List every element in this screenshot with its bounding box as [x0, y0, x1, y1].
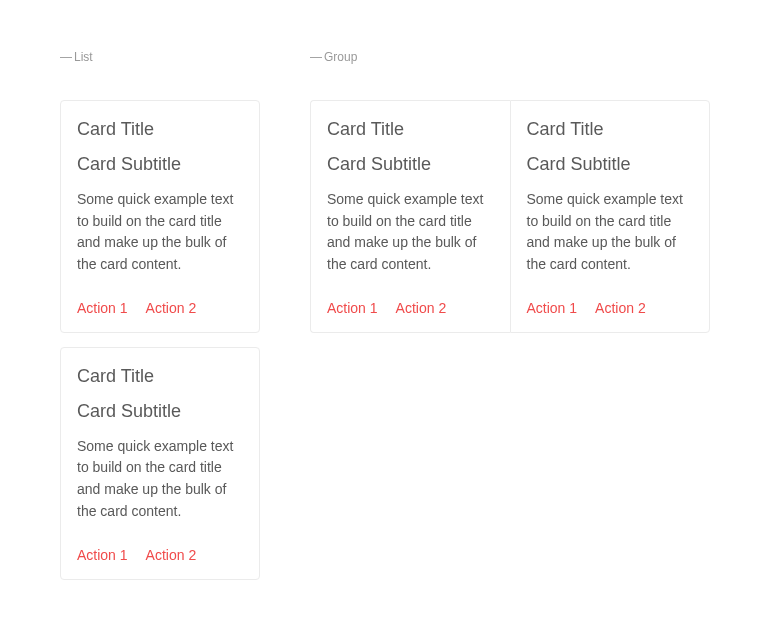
card-text: Some quick example text to build on the …	[77, 436, 243, 523]
card-title: Card Title	[327, 119, 494, 140]
group-section: Group Card Title Card Subtitle Some quic…	[310, 50, 710, 580]
card-actions: Action 1 Action 2	[327, 300, 494, 316]
list-label-text: List	[74, 50, 93, 64]
card-action-2[interactable]: Action 2	[396, 300, 447, 316]
card-actions: Action 1 Action 2	[527, 300, 694, 316]
group-cards-container: Card Title Card Subtitle Some quick exam…	[310, 100, 710, 333]
card-subtitle: Card Subtitle	[77, 401, 243, 422]
list-section: List Card Title Card Subtitle Some quick…	[60, 50, 260, 580]
list-card: Card Title Card Subtitle Some quick exam…	[60, 347, 260, 580]
list-card: Card Title Card Subtitle Some quick exam…	[60, 100, 260, 333]
card-action-1[interactable]: Action 1	[77, 300, 128, 316]
card-actions: Action 1 Action 2	[77, 300, 243, 316]
card-action-1[interactable]: Action 1	[327, 300, 378, 316]
card-subtitle: Card Subtitle	[327, 154, 494, 175]
card-action-1[interactable]: Action 1	[527, 300, 578, 316]
card-action-1[interactable]: Action 1	[77, 547, 128, 563]
group-card: Card Title Card Subtitle Some quick exam…	[510, 100, 711, 333]
group-label-text: Group	[324, 50, 357, 64]
card-actions: Action 1 Action 2	[77, 547, 243, 563]
group-card: Card Title Card Subtitle Some quick exam…	[310, 100, 510, 333]
card-text: Some quick example text to build on the …	[527, 189, 694, 276]
card-text: Some quick example text to build on the …	[327, 189, 494, 276]
card-title: Card Title	[77, 366, 243, 387]
card-text: Some quick example text to build on the …	[77, 189, 243, 276]
card-title: Card Title	[527, 119, 694, 140]
card-subtitle: Card Subtitle	[77, 154, 243, 175]
card-title: Card Title	[77, 119, 243, 140]
list-section-label: List	[60, 50, 260, 64]
card-action-2[interactable]: Action 2	[146, 300, 197, 316]
card-action-2[interactable]: Action 2	[595, 300, 646, 316]
group-section-label: Group	[310, 50, 710, 64]
list-cards-container: Card Title Card Subtitle Some quick exam…	[60, 100, 260, 580]
card-subtitle: Card Subtitle	[527, 154, 694, 175]
card-action-2[interactable]: Action 2	[146, 547, 197, 563]
